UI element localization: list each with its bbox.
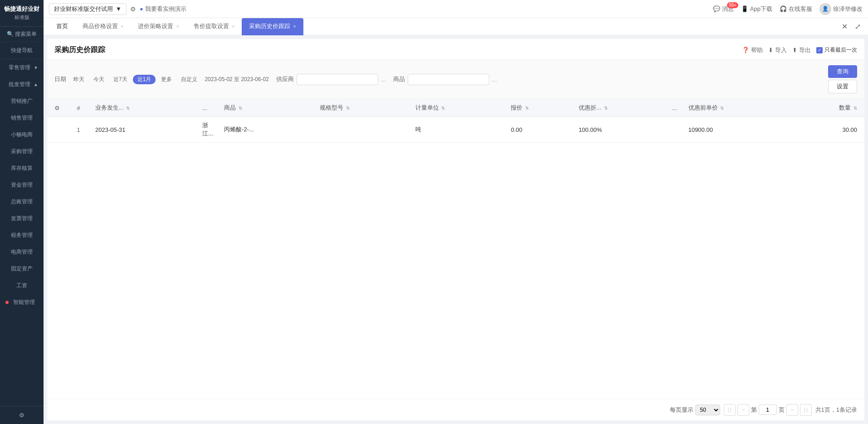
sidebar-item-finance[interactable]: 资金管理 — [0, 177, 44, 193]
only-last-label: 只看最后一次 — [824, 46, 857, 54]
sidebar-item-marketing[interactable]: 营销推广 — [0, 93, 44, 110]
date-option-more[interactable]: 更多 — [157, 75, 176, 84]
col-goods-label: 商品 — [224, 104, 236, 111]
col-settings[interactable]: ⚙ — [47, 99, 67, 117]
date-option-today[interactable]: 今天 — [90, 75, 108, 84]
sidebar-item-inventory[interactable]: 库存核算 — [0, 160, 44, 177]
tab-history-price[interactable]: 采购历史价跟踪 × — [242, 18, 303, 35]
sidebar-item-wholesale[interactable]: 批发管理 ▲ — [0, 76, 44, 93]
sidebar-item-smart[interactable]: 智能管理 — [0, 294, 44, 311]
cell-discount-more — [667, 117, 683, 143]
col-unit[interactable]: 计量单位 ⇅ — [410, 99, 506, 117]
sort-arrows-unit: ⇅ — [441, 106, 445, 111]
finance-label: 资金管理 — [5, 181, 38, 189]
row-unit: 吨 — [415, 126, 421, 133]
col-date-label: 业务发生... — [95, 104, 124, 111]
query-button[interactable]: 查询 — [828, 65, 857, 78]
table-settings-icon[interactable]: ⚙ — [54, 105, 60, 111]
cell-supplier: 浙江... — [197, 117, 219, 143]
settings-button[interactable]: 设置 — [828, 80, 857, 93]
sidebar-item-invoice[interactable]: 发票管理 — [0, 210, 44, 227]
tab-close-btn[interactable]: ✕ — [840, 20, 849, 33]
sidebar-item-sales[interactable]: 销售管理 — [0, 110, 44, 126]
prev-page-btn[interactable]: ＜ — [737, 404, 749, 416]
avatar: 👤 — [819, 3, 831, 15]
sidebar-item-salary[interactable]: 工资 — [0, 277, 44, 294]
col-discount-more-label: ... — [672, 105, 677, 111]
col-before-price[interactable]: 优惠前单价 ⇅ — [683, 99, 792, 117]
tab-price[interactable]: 商品价格设置 × — [75, 18, 131, 35]
supplier-more-btn[interactable]: ... — [381, 76, 386, 83]
cell-discount: 100.00% — [573, 117, 667, 143]
export-btn[interactable]: ⬆ 导出 — [792, 46, 811, 54]
tab-purchase-strategy-label: 进价策略设置 — [138, 22, 173, 30]
next-page-btn[interactable]: ＞ — [786, 404, 798, 416]
goods-more-btn[interactable]: ... — [492, 76, 497, 83]
filter-bar: 日期 昨天 今天 近7天 近1月 更多 自定义 2023-05-02 至 202… — [47, 60, 864, 99]
sales-label: 销售管理 — [5, 114, 38, 122]
salary-label: 工资 — [5, 282, 38, 289]
date-option-1month[interactable]: 近1月 — [133, 75, 156, 84]
sidebar-item-tax[interactable]: 税务管理 — [0, 227, 44, 244]
tab-purchase-strategy[interactable]: 进价策略设置 × — [131, 18, 186, 35]
supplier-input[interactable] — [297, 74, 378, 85]
import-icon: ⬇ — [768, 47, 773, 53]
first-page-btn[interactable]: ⟨⟨ — [724, 404, 736, 416]
sidebar-search[interactable]: 🔍 搜索菜单 — [0, 27, 44, 42]
tab-price-close[interactable]: × — [121, 24, 123, 29]
col-num: # — [67, 99, 90, 117]
tab-sale-price[interactable]: 售价提取设置 × — [186, 18, 242, 35]
tab-expand-btn[interactable]: ⤢ — [853, 20, 863, 33]
page-nav: ⟨⟨ ＜ 第 页 ＞ ⟩⟩ — [724, 404, 812, 416]
headset-icon: 🎧 — [780, 5, 787, 12]
user-name: 徐泽华修改 — [833, 5, 863, 13]
date-option-custom[interactable]: 自定义 — [177, 75, 201, 84]
page-input[interactable] — [759, 405, 777, 415]
sidebar-quick-nav[interactable]: 快捷导航 — [0, 42, 44, 59]
last-page-btn[interactable]: ⟩⟩ — [800, 404, 812, 416]
tab-home[interactable]: 首页 — [49, 18, 75, 35]
app-download-btn[interactable]: 📱 App下载 — [741, 5, 772, 13]
sidebar-item-fixed-assets[interactable]: 固定资产 — [0, 260, 44, 277]
messages-btn[interactable]: 💬 消息 99+ — [713, 5, 734, 13]
per-page-group: 每页显示 20 50 100 — [670, 405, 720, 415]
table-header-row: ⚙ # 业务发生... ⇅ ... 商品 ⇅ — [47, 99, 864, 117]
only-last-checkbox-group[interactable]: ✓ 只看最后一次 — [816, 46, 857, 54]
date-range-display: 2023-05-02 至 2023-06-02 — [205, 76, 268, 83]
col-discount-more[interactable]: ... — [667, 99, 683, 117]
col-date[interactable]: 业务发生... ⇅ — [90, 99, 197, 117]
goods-input[interactable] — [408, 74, 489, 85]
sidebar-settings-btn[interactable]: ⚙ — [0, 406, 44, 424]
online-service-btn[interactable]: 🎧 在线客服 — [780, 5, 812, 13]
only-last-checkbox[interactable]: ✓ — [816, 47, 823, 53]
demo-btn[interactable]: ● 我要看实例演示 — [140, 5, 186, 13]
sort-arrows-price: ⇅ — [525, 106, 529, 111]
date-option-yesterday[interactable]: 昨天 — [70, 75, 88, 84]
sidebar-item-retail[interactable]: 零售管理 ▼ — [0, 59, 44, 76]
col-price[interactable]: 报价 ⇅ — [505, 99, 573, 117]
col-quantity[interactable]: 数量 ⇅ — [792, 99, 864, 117]
sidebar-item-ecommerce[interactable]: 电商管理 — [0, 244, 44, 260]
col-spec[interactable]: 规格型号 ⇅ — [314, 99, 410, 117]
user-menu[interactable]: 👤 徐泽华修改 — [819, 3, 863, 15]
topbar-settings-btn[interactable]: ⚙ — [130, 5, 136, 13]
import-btn[interactable]: ⬇ 导入 — [768, 46, 787, 54]
tab-sale-price-close[interactable]: × — [232, 24, 234, 29]
app-name: 畅捷通好业财 — [4, 5, 40, 13]
date-option-7days[interactable]: 近7天 — [110, 75, 131, 84]
date-label: 日期 — [54, 75, 66, 83]
tab-purchase-strategy-close[interactable]: × — [176, 24, 179, 29]
sidebar-item-ecommerce-small[interactable]: 小畅电商 — [0, 126, 44, 143]
per-page-select[interactable]: 20 50 100 — [695, 405, 720, 415]
app-download-label: App下载 — [750, 5, 772, 13]
sidebar-item-ledger[interactable]: 总账管理 — [0, 193, 44, 210]
sidebar-item-purchase[interactable]: 采购管理 — [0, 143, 44, 160]
export-label: 导出 — [799, 46, 811, 54]
sort-arrows-goods: ⇅ — [239, 106, 242, 111]
col-goods[interactable]: 商品 ⇅ — [219, 99, 314, 117]
app-selector[interactable]: 好业财标准版交付试用 ▼ — [49, 3, 127, 15]
col-more[interactable]: ... — [197, 99, 219, 117]
help-btn[interactable]: ❓ 帮助 — [742, 46, 763, 54]
col-discount[interactable]: 优惠折... ⇅ — [573, 99, 667, 117]
tab-history-price-close[interactable]: × — [293, 24, 296, 29]
